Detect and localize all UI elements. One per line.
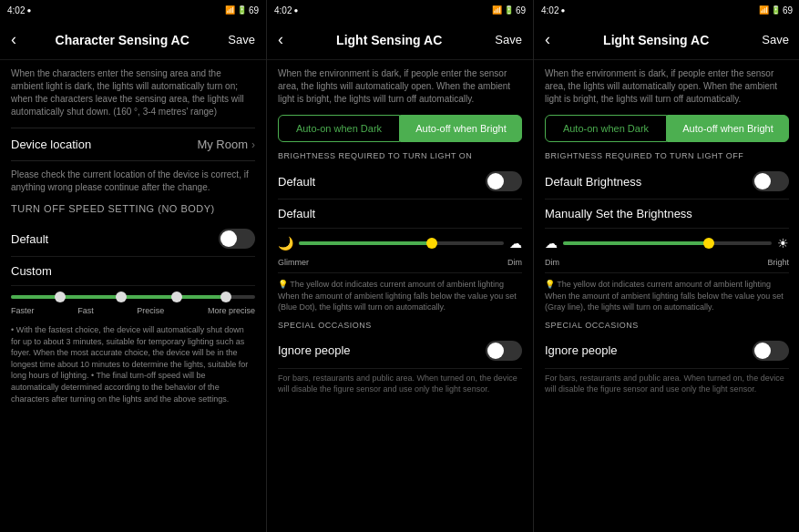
speed-slider-thumb-3[interactable]: [171, 292, 182, 302]
turn-off-section-header: TURN OFF SPEED SETTING (NO BODY): [11, 203, 255, 214]
device-location-row[interactable]: Device location My Room ›: [11, 128, 255, 161]
dim-icon-2: ☁: [509, 236, 522, 251]
save-button-2[interactable]: Save: [495, 33, 522, 46]
ambient-fill-2: [299, 241, 432, 245]
speed-slider-track[interactable]: [11, 295, 255, 299]
ambient-label-right-3: Bright: [767, 258, 789, 267]
label-fast: Fast: [77, 306, 94, 315]
info-text-3: 💡 The yellow dot indicates current amoun…: [545, 272, 789, 313]
brightness-custom-label-2: Default: [278, 207, 315, 220]
warning-text: Please check the current location of the…: [11, 169, 255, 194]
wifi-icon-1: 📶: [225, 5, 235, 15]
ambient-label-left-3: Dim: [545, 258, 559, 267]
speed-slider-thumb-1[interactable]: [55, 292, 66, 302]
brightness-default-toggle-3[interactable]: [753, 171, 789, 191]
status-dot-1: ●: [26, 6, 31, 15]
ambient-label-right-2: Dim: [507, 258, 522, 267]
bright-icon-3: ☀: [777, 236, 789, 251]
save-button-3[interactable]: Save: [762, 33, 789, 46]
time-3: 4:02: [541, 5, 558, 15]
status-bar-1: 4:02 ● 📶 🔋 69: [0, 0, 266, 20]
desc-text-2: When the environment is dark, if people …: [278, 67, 522, 106]
ambient-labels-2: Glimmer Dim: [278, 258, 522, 267]
content-2: When the environment is dark, if people …: [267, 60, 533, 532]
ambient-fill-3: [563, 241, 709, 245]
ambient-slider-row-3: ☁ ☀: [545, 236, 789, 251]
ignore-toggle-row-2: Ignore people: [278, 333, 522, 369]
battery-icon-3: 🔋: [771, 5, 781, 15]
ambient-track-3[interactable]: [563, 241, 772, 245]
default-toggle-row: Default: [11, 221, 255, 257]
brightness-default-toggle-row-2: Default: [278, 164, 522, 200]
desc-text-1: When the characters enter the sensing ar…: [11, 67, 255, 118]
panel-light-sensing-off: 4:02 ● 📶 🔋 69 ‹ Light Sensing AC Save Wh…: [534, 0, 799, 532]
content-3: When the environment is dark, if people …: [534, 60, 799, 532]
mode-btn-group-3: Auto-on when Dark Auto-off when Bright: [545, 115, 789, 142]
special-section-header-3: SPECIAL OCCASIONS: [545, 321, 789, 330]
ambient-track-2[interactable]: [299, 241, 504, 245]
status-left-3: 4:02 ●: [541, 5, 565, 15]
status-bar-2: 4:02 ● 📶 🔋 69: [267, 0, 533, 20]
page-title-1: Character Sensing AC: [16, 33, 228, 47]
ambient-thumb-2[interactable]: [426, 238, 437, 249]
for-text-3: For bars, restaurants and public area. W…: [545, 373, 789, 395]
status-dot-2: ●: [293, 6, 298, 15]
desc-text-3: When the environment is dark, if people …: [545, 67, 789, 106]
ambient-thumb-3[interactable]: [703, 238, 714, 249]
brightness-custom-label-3: Manually Set the Brightness: [545, 207, 692, 220]
auto-on-dark-btn-3[interactable]: Auto-on when Dark: [545, 115, 667, 142]
content-1: When the characters enter the sensing ar…: [0, 60, 266, 532]
status-dot-3: ●: [560, 6, 565, 15]
status-bar-3: 4:02 ● 📶 🔋 69: [534, 0, 799, 20]
location-label: Device location: [11, 138, 91, 151]
status-left-2: 4:02 ●: [274, 5, 298, 15]
speed-slider-thumb-4[interactable]: [220, 292, 231, 302]
brightness-default-toggle-2[interactable]: [486, 171, 522, 191]
label-precise: Precise: [137, 306, 164, 315]
cloudy-icon-3: ☁: [545, 236, 558, 251]
brightness-default-toggle-row-3: Default Brightness: [545, 164, 789, 200]
ambient-labels-3: Dim Bright: [545, 258, 789, 267]
auto-on-dark-btn-2[interactable]: Auto-on when Dark: [278, 115, 400, 142]
time-2: 4:02: [274, 5, 292, 15]
brightness-default-label-3: Default Brightness: [545, 175, 641, 189]
footnote-text: • With the fastest choice, the device wi…: [11, 324, 255, 404]
ambient-label-left-2: Glimmer: [278, 258, 309, 267]
brightness-custom-row-3: Manually Set the Brightness: [545, 200, 789, 229]
speed-slider-section: Faster Fast Precise More precise: [11, 295, 255, 315]
wifi-icon-2: 📶: [492, 5, 502, 15]
speed-slider-thumb-2[interactable]: [116, 292, 127, 302]
info-text-2: 💡 The yellow dot indicates current amoun…: [278, 272, 522, 313]
save-button-1[interactable]: Save: [228, 33, 255, 46]
page-title-2: Light Sensing AC: [283, 33, 495, 47]
page-title-3: Light Sensing AC: [550, 33, 762, 47]
battery-level-1: 69: [249, 5, 259, 15]
ignore-toggle-2[interactable]: [486, 341, 522, 361]
panel-light-sensing-on: 4:02 ● 📶 🔋 69 ‹ Light Sensing AC Save Wh…: [267, 0, 534, 532]
status-right-2: 📶 🔋 69: [492, 5, 526, 15]
brightness-off-header: BRIGHTNESS REQUIRED TO TURN LIGHT OFF: [545, 151, 789, 160]
special-section-header-2: SPECIAL OCCASIONS: [278, 321, 522, 330]
time-1: 4:02: [7, 5, 25, 15]
label-faster: Faster: [11, 306, 35, 315]
battery-level-2: 69: [516, 5, 526, 15]
panel-character-sensing: 4:02 ● 📶 🔋 69 ‹ Character Sensing AC Sav…: [0, 0, 267, 532]
default-toggle-label: Default: [11, 232, 48, 246]
ignore-toggle-3[interactable]: [753, 341, 789, 361]
label-more-precise: More precise: [208, 306, 255, 315]
header-2: ‹ Light Sensing AC Save: [267, 20, 533, 60]
ambient-slider-row-2: 🌙 ☁: [278, 236, 522, 251]
brightness-default-label-2: Default: [278, 175, 315, 189]
ignore-label-2: Ignore people: [278, 343, 351, 357]
auto-off-bright-btn-3[interactable]: Auto-off when Bright: [667, 115, 789, 142]
ignore-label-3: Ignore people: [545, 343, 618, 357]
default-toggle[interactable]: [219, 229, 255, 249]
status-right-3: 📶 🔋 69: [759, 5, 793, 15]
auto-off-bright-btn-2[interactable]: Auto-off when Bright: [400, 115, 522, 142]
ignore-toggle-row-3: Ignore people: [545, 333, 789, 369]
custom-toggle-label: Custom: [11, 264, 52, 278]
battery-level-3: 69: [783, 5, 793, 15]
brightness-on-header: BRIGHTNESS REQUIRED TO TURN LIGHT ON: [278, 151, 522, 160]
speed-slider-labels: Faster Fast Precise More precise: [11, 306, 255, 315]
status-left-1: 4:02 ●: [7, 5, 31, 15]
